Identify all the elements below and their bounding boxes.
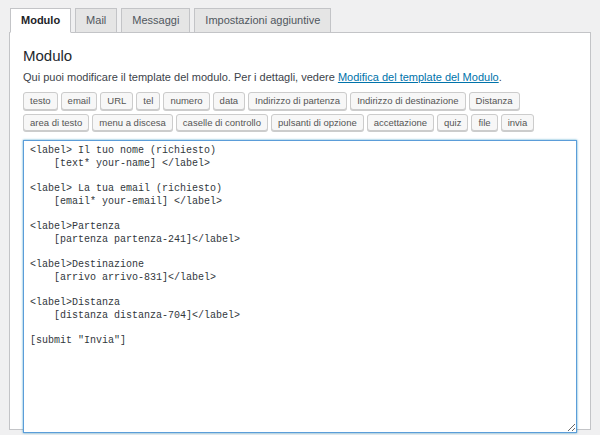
tag-button-distanza[interactable]: Distanza xyxy=(469,92,520,110)
form-template-textarea[interactable]: <label> Il tuo nome (richiesto) [text* y… xyxy=(23,140,577,433)
tag-button-menu-a-discesa[interactable]: menu a discesa xyxy=(92,114,173,132)
description-text: Qui puoi modificare il template del modu… xyxy=(23,71,338,83)
panel-title: Modulo xyxy=(23,47,577,64)
tag-button-indirizzo-di-destinazione[interactable]: Indirizzo di destinazione xyxy=(350,92,465,110)
tag-button-area-di-testo[interactable]: area di testo xyxy=(23,114,89,132)
tag-button-url[interactable]: URL xyxy=(100,92,133,110)
tag-button-indirizzo-di-partenza[interactable]: Indirizzo di partenza xyxy=(248,92,347,110)
form-panel: Modulo Qui puoi modificare il template d… xyxy=(9,32,591,430)
editor-wrap: Modulo Mail Messaggi Impostazioni aggiun… xyxy=(0,0,600,430)
tag-button-pulsanti-di-opzione[interactable]: pulsanti di opzione xyxy=(271,114,364,132)
tag-generator-buttons: testo email URL tel numero data Indirizz… xyxy=(23,92,577,131)
tab-mail[interactable]: Mail xyxy=(75,8,117,33)
tag-button-invia[interactable]: invia xyxy=(501,114,535,132)
template-edit-link[interactable]: Modifica del template del Modulo xyxy=(338,71,499,83)
description-period: . xyxy=(499,71,502,83)
tab-messaggi[interactable]: Messaggi xyxy=(121,8,190,33)
tab-modulo[interactable]: Modulo xyxy=(10,8,71,33)
tag-button-numero[interactable]: numero xyxy=(163,92,209,110)
tag-button-tel[interactable]: tel xyxy=(136,92,160,110)
tag-button-accettazione[interactable]: accettazione xyxy=(367,114,434,132)
tag-button-file[interactable]: file xyxy=(471,114,497,132)
form-editor-tabs: Modulo Mail Messaggi Impostazioni aggiun… xyxy=(10,8,591,33)
tab-impostazioni-aggiuntive[interactable]: Impostazioni aggiuntive xyxy=(194,8,331,33)
panel-description: Qui puoi modificare il template del modu… xyxy=(23,71,577,83)
tag-button-caselle-di-controllo[interactable]: caselle di controllo xyxy=(176,114,268,132)
tag-button-data[interactable]: data xyxy=(213,92,246,110)
tag-button-quiz[interactable]: quiz xyxy=(437,114,468,132)
tag-button-email[interactable]: email xyxy=(61,92,98,110)
tag-button-testo[interactable]: testo xyxy=(23,92,58,110)
